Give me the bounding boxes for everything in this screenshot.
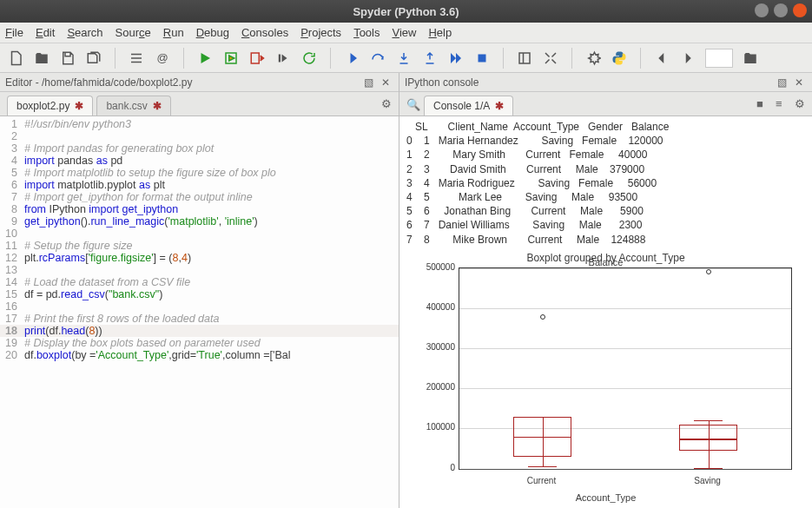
editor-pane: Editor - /home/fahmida/code/boxplot2.py … bbox=[0, 73, 399, 508]
console-tabs: 🔍 Console 1/A ✱ ■ ≡ ⚙ bbox=[399, 92, 812, 116]
new-file-icon[interactable] bbox=[7, 49, 24, 67]
dataframe-output: SL Client_Name Account_Type Gender Balan… bbox=[406, 120, 805, 247]
maximize-pane-icon[interactable] bbox=[516, 49, 533, 67]
chart-xlabel: Account_Type bbox=[576, 492, 637, 503]
menu-tools[interactable]: Tools bbox=[353, 26, 380, 39]
rerun-icon[interactable] bbox=[300, 49, 318, 67]
code-line[interactable]: 20df.boxplot(by ='Account_Type',grid='Tr… bbox=[0, 349, 399, 361]
code-line[interactable]: 9get_ipython().run_line_magic('matplotli… bbox=[0, 215, 399, 228]
gear-icon[interactable]: ⚙ bbox=[381, 97, 393, 109]
code-line[interactable]: 19# Display the box plots based on param… bbox=[0, 337, 399, 349]
code-line[interactable]: 4import pandas as pd bbox=[0, 155, 399, 167]
minimize-button[interactable] bbox=[755, 3, 769, 17]
code-line[interactable]: 18print(df.head(8)) bbox=[0, 325, 399, 337]
svg-rect-6 bbox=[519, 53, 530, 63]
debug-step-over-icon[interactable] bbox=[369, 49, 386, 67]
ytick-label: 300000 bbox=[415, 342, 455, 352]
tab-label: boxplot2.py bbox=[17, 100, 69, 112]
code-line[interactable]: 6import matplotlib.pyplot as plt bbox=[0, 179, 399, 191]
maximize-button[interactable] bbox=[774, 3, 788, 17]
run-cell-icon[interactable] bbox=[222, 49, 240, 67]
code-line[interactable]: 5# Import matplotlib to setup the figure… bbox=[0, 167, 399, 179]
ytick-label: 0 bbox=[415, 463, 455, 472]
console-options-icon[interactable]: ▧ bbox=[777, 76, 789, 89]
code-line[interactable]: 3# Import pandas for generating box plot bbox=[0, 142, 399, 155]
tab-bank-csv[interactable]: bank.csv ✱ bbox=[96, 96, 170, 115]
editor-close-icon[interactable]: ✕ bbox=[381, 76, 393, 89]
gear-icon[interactable]: ⚙ bbox=[795, 97, 807, 109]
tab-boxplot2[interactable]: boxplot2.py ✱ bbox=[7, 96, 93, 115]
chart-output: Boxplot grouped by Account_Type Balance … bbox=[406, 250, 805, 505]
at-icon[interactable]: @ bbox=[154, 49, 171, 67]
code-line[interactable]: 11# Setup the figure size bbox=[0, 240, 399, 252]
svg-rect-2 bbox=[131, 61, 142, 63]
menu-view[interactable]: View bbox=[392, 26, 416, 39]
code-line[interactable]: 17# Print the first 8 rows of the loaded… bbox=[0, 313, 399, 325]
svg-rect-0 bbox=[131, 53, 142, 55]
forward-icon[interactable] bbox=[679, 49, 696, 67]
fullscreen-icon[interactable] bbox=[542, 49, 559, 67]
tab-console-1a[interactable]: Console 1/A ✱ bbox=[424, 96, 513, 115]
console-header: IPython console bbox=[405, 76, 479, 89]
close-window-button[interactable] bbox=[793, 3, 807, 17]
console-browse-icon[interactable]: 🔍 bbox=[406, 98, 419, 110]
close-icon[interactable]: ✱ bbox=[75, 100, 83, 112]
stop-console-icon[interactable]: ■ bbox=[756, 97, 769, 109]
preferences-icon[interactable] bbox=[584, 49, 602, 67]
debug-stop-icon[interactable] bbox=[473, 49, 491, 67]
editor-options-icon[interactable]: ▧ bbox=[364, 76, 376, 89]
window-title: Spyder (Python 3.6) bbox=[353, 5, 459, 18]
ytick-label: 500000 bbox=[415, 262, 455, 272]
save-all-icon[interactable] bbox=[85, 49, 102, 67]
menu-edit[interactable]: Edit bbox=[36, 26, 55, 39]
menu-file[interactable]: File bbox=[5, 26, 23, 39]
console-menu-icon[interactable]: ≡ bbox=[776, 97, 788, 109]
editor-header: Editor - /home/fahmida/code/boxplot2.py bbox=[5, 76, 192, 89]
chart-subplot-title: Balance bbox=[589, 257, 624, 267]
code-editor[interactable]: 1#!/usr/bin/env python323# Import pandas… bbox=[0, 116, 399, 508]
ytick-label: 200000 bbox=[415, 382, 455, 392]
code-line[interactable]: 2 bbox=[0, 130, 399, 142]
debug-step-icon[interactable] bbox=[343, 49, 360, 67]
svg-rect-5 bbox=[479, 54, 486, 62]
plot-area bbox=[459, 267, 792, 470]
code-line[interactable]: 14# Load the dataset from a CSV file bbox=[0, 276, 399, 288]
code-line[interactable]: 10 bbox=[0, 228, 399, 240]
boxplot-box bbox=[679, 425, 737, 451]
menu-consoles[interactable]: Consoles bbox=[241, 26, 288, 39]
run-icon[interactable] bbox=[196, 49, 214, 67]
python-path-icon[interactable] bbox=[611, 49, 628, 67]
debug-continue-icon[interactable] bbox=[447, 49, 465, 67]
code-line[interactable]: 13 bbox=[0, 264, 399, 276]
code-line[interactable]: 15df = pd.read_csv("bank.csv") bbox=[0, 288, 399, 300]
run-cell-advance-icon[interactable] bbox=[248, 49, 266, 67]
menu-help[interactable]: Help bbox=[428, 26, 452, 39]
menu-search[interactable]: Search bbox=[67, 26, 102, 39]
list-icon[interactable] bbox=[128, 49, 145, 67]
console-pane: IPython console ▧ ✕ 🔍 Console 1/A ✱ ■ ≡ … bbox=[399, 73, 812, 508]
xtick-label: Current bbox=[527, 476, 556, 485]
menu-run[interactable]: Run bbox=[163, 26, 184, 39]
close-icon[interactable]: ✱ bbox=[153, 100, 162, 112]
working-dir-input[interactable] bbox=[705, 49, 733, 68]
code-line[interactable]: 7# Import get_ipython for format the out… bbox=[0, 191, 399, 203]
menu-source[interactable]: Source bbox=[116, 26, 151, 39]
menu-projects[interactable]: Projects bbox=[300, 26, 341, 39]
code-line[interactable]: 12plt.rcParams['figure.figsize'] = (8,4) bbox=[0, 252, 399, 264]
svg-rect-1 bbox=[131, 57, 142, 59]
run-selection-icon[interactable] bbox=[274, 49, 292, 67]
back-icon[interactable] bbox=[653, 49, 670, 67]
console-close-icon[interactable]: ✕ bbox=[795, 76, 807, 89]
code-line[interactable]: 1#!/usr/bin/env python3 bbox=[0, 118, 399, 130]
browse-dir-icon[interactable] bbox=[742, 49, 759, 67]
debug-step-out-icon[interactable] bbox=[421, 49, 439, 67]
debug-step-into-icon[interactable] bbox=[395, 49, 413, 67]
console-output[interactable]: SL Client_Name Account_Type Gender Balan… bbox=[399, 116, 812, 508]
menu-debug[interactable]: Debug bbox=[196, 26, 229, 39]
save-icon[interactable] bbox=[59, 49, 76, 67]
code-line[interactable]: 8from IPython import get_ipython bbox=[0, 203, 399, 215]
ytick-label: 400000 bbox=[415, 302, 455, 312]
close-icon[interactable]: ✱ bbox=[495, 100, 504, 112]
open-folder-icon[interactable] bbox=[33, 49, 50, 67]
code-line[interactable]: 16 bbox=[0, 300, 399, 313]
